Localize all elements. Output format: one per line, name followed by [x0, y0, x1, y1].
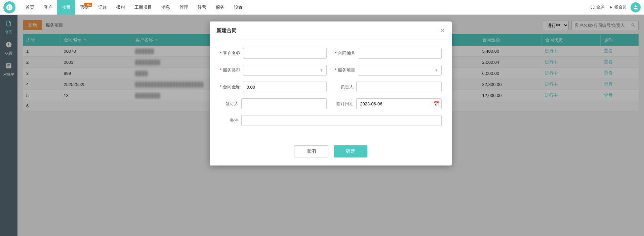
- fullscreen-icon: [590, 5, 595, 10]
- service-type-select[interactable]: [243, 65, 327, 76]
- contract-amount-label: 合同金额: [220, 84, 240, 90]
- service-item-select-wrap: ▼: [358, 65, 442, 76]
- signer-label: 签订人: [220, 101, 239, 107]
- field-remark: 备注: [220, 115, 442, 126]
- play-icon: [608, 5, 613, 10]
- nav-menu: 首页 客户 收费 票据 new 记账 报税 工商项目 消息 管理 经营 服务 设…: [21, 0, 590, 15]
- statement-icon: [5, 62, 12, 71]
- nav-invoice[interactable]: 票据 new: [75, 0, 93, 15]
- user-icon: [633, 4, 639, 10]
- responsible-input[interactable]: [356, 82, 442, 92]
- nav-charge[interactable]: 收费: [57, 0, 75, 15]
- field-service-type: 服务类型 ▼: [220, 65, 327, 76]
- nav-tax[interactable]: 报税: [112, 0, 130, 15]
- form-row-1: 客户名称 合同编号: [220, 48, 442, 59]
- sidebar-item-statement[interactable]: 对账单: [0, 60, 17, 80]
- sidebar-item-contract[interactable]: 合同: [0, 17, 17, 37]
- service-item-label: 服务项目: [335, 67, 355, 73]
- service-type-select-wrap: ▼: [243, 65, 327, 76]
- sidebar-contract-label: 合同: [5, 30, 12, 35]
- logo-icon: [6, 4, 13, 11]
- form-row-4: 签订人 签订日期 📅: [220, 98, 442, 109]
- sign-date-input[interactable]: [356, 98, 442, 109]
- modal-footer: 取消 确定: [210, 140, 452, 166]
- field-sign-date: 签订日期 📅: [335, 98, 442, 109]
- sign-date-label: 签订日期: [335, 101, 354, 107]
- member-button[interactable]: 畅会员: [608, 4, 627, 10]
- nav-manage[interactable]: 管理: [175, 0, 193, 15]
- nav-right-actions: 全屏 畅会员: [590, 2, 641, 12]
- nav-bookkeeping[interactable]: 记账: [93, 0, 112, 15]
- service-type-label: 服务类型: [220, 67, 240, 73]
- contract-no-label: 合同编号: [335, 50, 355, 56]
- service-item-select[interactable]: [358, 65, 442, 76]
- field-signer: 签订人: [220, 98, 327, 109]
- sidebar-item-charge[interactable]: 收费: [0, 39, 17, 58]
- field-service-item: 服务项目 ▼: [335, 65, 442, 76]
- cancel-button[interactable]: 取消: [294, 145, 328, 157]
- customer-name-label: 客户名称: [220, 50, 240, 56]
- main-content: 新增 服务项目 进行中 已完成 已终止 序号 合同编号 ⇅: [17, 15, 644, 236]
- form-row-5: 备注: [220, 115, 442, 126]
- nav-business[interactable]: 工商项目: [130, 0, 157, 15]
- responsible-label: 负责人: [335, 84, 354, 90]
- nav-operation[interactable]: 经营: [193, 0, 211, 15]
- contract-no-input[interactable]: [358, 48, 442, 59]
- modal-header: 新建合同 ✕: [210, 21, 452, 40]
- calendar-icon[interactable]: 📅: [433, 101, 439, 106]
- field-contract-no: 合同编号: [335, 48, 442, 59]
- contract-amount-input[interactable]: [243, 82, 327, 92]
- new-badge: new: [84, 3, 92, 7]
- customer-name-input[interactable]: [243, 48, 327, 59]
- nav-service[interactable]: 服务: [211, 0, 229, 15]
- modal-title: 新建合同: [216, 28, 237, 34]
- nav-settings[interactable]: 设置: [229, 0, 247, 15]
- form-row-3: 合同金额 负责人: [220, 82, 442, 92]
- field-contract-amount: 合同金额: [220, 82, 327, 92]
- modal-close-button[interactable]: ✕: [440, 27, 445, 34]
- field-customer-name: 客户名称: [220, 48, 327, 59]
- charge-icon: [5, 41, 12, 50]
- modal-overlay: 新建合同 ✕ 客户名称 合同编号: [17, 15, 644, 236]
- fullscreen-button[interactable]: 全屏: [590, 4, 604, 10]
- sign-date-wrap: 📅: [356, 98, 442, 109]
- confirm-button[interactable]: 确定: [334, 145, 367, 157]
- signer-input[interactable]: [241, 98, 327, 109]
- left-sidebar: 合同 收费 对账单: [0, 15, 17, 236]
- nav-home[interactable]: 首页: [21, 0, 39, 15]
- avatar[interactable]: [631, 2, 641, 12]
- nav-client[interactable]: 客户: [39, 0, 57, 15]
- new-contract-modal: 新建合同 ✕ 客户名称 合同编号: [210, 21, 452, 166]
- top-navigation: 首页 客户 收费 票据 new 记账 报税 工商项目 消息 管理 经营 服务 设…: [0, 0, 644, 15]
- modal-body: 客户名称 合同编号 服务类型: [210, 40, 452, 140]
- nav-message[interactable]: 消息: [157, 0, 175, 15]
- contract-icon: [5, 20, 12, 29]
- remark-label: 备注: [220, 117, 239, 124]
- sidebar-charge-label: 收费: [5, 51, 12, 56]
- form-row-2: 服务类型 ▼ 服务项目 ▼: [220, 65, 442, 76]
- field-responsible: 负责人: [335, 82, 442, 92]
- app-logo: [3, 1, 15, 13]
- remark-input[interactable]: [241, 115, 442, 126]
- sidebar-statement-label: 对账单: [3, 72, 14, 77]
